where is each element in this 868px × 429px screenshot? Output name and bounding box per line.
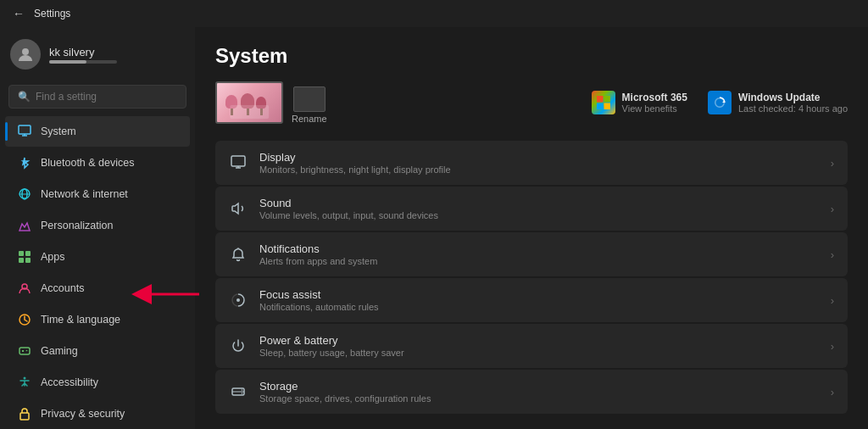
accessibility-nav-icon [17, 375, 32, 390]
gaming-nav-icon [17, 343, 32, 359]
sidebar: kk silvery 🔍 System Bluetooth & devices … [0, 27, 195, 429]
svg-rect-6 [19, 258, 24, 263]
search-input[interactable] [36, 91, 177, 103]
power-chevron: › [831, 340, 834, 353]
update-subtitle: Last checked: 4 hours ago [738, 103, 848, 114]
sidebar-item-label-personalization: Personalization [41, 220, 113, 231]
svg-rect-23 [231, 156, 245, 166]
sidebar-item-label-privacy: Privacy & security [41, 408, 125, 420]
back-button[interactable]: ← [10, 5, 27, 22]
ms365-title: Microsoft 365 [622, 92, 687, 103]
sidebar-item-label-system: System [41, 125, 76, 137]
setting-item-display[interactable]: Display Monitors, brightness, night ligh… [215, 141, 848, 185]
sidebar-item-label-network: Network & internet [41, 188, 128, 200]
title-bar: ← Settings [0, 0, 868, 27]
svg-rect-18 [597, 96, 604, 103]
personalization-nav-icon [17, 218, 32, 233]
svg-rect-5 [25, 251, 31, 256]
sidebar-item-bluetooth[interactable]: Bluetooth & devices [5, 148, 190, 178]
display-icon [229, 153, 248, 172]
top-info-right: Microsoft 365 View benefits Windows Upda… [592, 91, 848, 114]
sidebar-item-network[interactable]: Network & internet [5, 179, 190, 209]
update-icon [708, 91, 732, 114]
power-icon [229, 337, 248, 355]
sound-chevron: › [831, 203, 834, 215]
monitor-thumbnail [215, 81, 283, 124]
focus-desc: Notifications, automatic rules [259, 302, 819, 312]
settings-list: Display Monitors, brightness, night ligh… [215, 141, 848, 414]
update-title: Windows Update [738, 92, 848, 103]
display-desc: Monitors, brightness, night light, displ… [259, 164, 819, 175]
sidebar-item-gaming[interactable]: Gaming [5, 336, 190, 366]
accounts-nav-icon [17, 281, 32, 296]
setting-item-focus[interactable]: Focus assist Notifications, automatic ru… [215, 278, 848, 322]
svg-point-13 [26, 350, 28, 352]
sound-title: Sound [259, 197, 819, 209]
apps-nav-icon [17, 249, 32, 265]
sidebar-item-personalization[interactable]: Personalization [5, 210, 190, 241]
storage-desc: Storage space, drives, configuration rul… [259, 393, 819, 404]
search-box[interactable]: 🔍 [8, 85, 186, 109]
search-icon: 🔍 [18, 91, 31, 103]
notifications-icon [229, 245, 248, 264]
svg-rect-15 [20, 413, 29, 420]
setting-item-storage[interactable]: Storage Storage space, drives, configura… [215, 370, 848, 414]
content-area: System [195, 27, 868, 429]
system-nav-icon [17, 124, 32, 139]
sidebar-item-label-apps: Apps [41, 251, 65, 263]
display-chevron: › [831, 157, 834, 170]
bluetooth-nav-icon [17, 155, 32, 170]
ms365-icon [592, 91, 615, 114]
rename-label[interactable]: Rename [292, 114, 327, 124]
focus-title: Focus assist [259, 288, 819, 301]
sidebar-item-label-accounts: Accounts [41, 282, 84, 294]
power-desc: Sleep, battery usage, battery saver [259, 348, 819, 358]
pc-preview: Rename [215, 81, 327, 124]
svg-rect-10 [19, 348, 30, 354]
storage-title: Storage [259, 380, 819, 393]
svg-point-24 [236, 298, 240, 302]
user-profile[interactable]: kk silvery [0, 27, 195, 81]
setting-item-sound[interactable]: Sound Volume levels, output, input, soun… [215, 187, 848, 231]
sidebar-item-accounts[interactable]: Accounts [5, 273, 190, 304]
sidebar-item-time[interactable]: Time & language [5, 304, 190, 335]
page-title: System [215, 44, 848, 68]
avatar [10, 39, 41, 70]
privacy-nav-icon [17, 406, 32, 421]
sidebar-item-privacy[interactable]: Privacy & security [5, 398, 190, 429]
ms365-subtitle: View benefits [622, 103, 687, 114]
windows-update-block[interactable]: Windows Update Last checked: 4 hours ago [708, 91, 848, 114]
storage-chevron: › [831, 386, 834, 398]
sidebar-item-apps[interactable]: Apps [5, 242, 190, 272]
svg-rect-1 [19, 125, 31, 134]
power-title: Power & battery [259, 334, 819, 347]
sidebar-item-label-accessibility: Accessibility [41, 376, 98, 388]
storage-icon [229, 382, 248, 401]
focus-chevron: › [831, 294, 834, 307]
svg-point-14 [24, 377, 26, 380]
setting-item-notifications[interactable]: Notifications Alerts from apps and syste… [215, 232, 848, 276]
ms365-block[interactable]: Microsoft 365 View benefits [592, 91, 687, 114]
svg-rect-7 [25, 258, 31, 263]
network-nav-icon [17, 187, 32, 202]
sidebar-item-label-time: Time & language [41, 314, 120, 326]
app-title: Settings [34, 8, 70, 20]
time-nav-icon [17, 312, 32, 327]
svg-rect-4 [19, 251, 24, 256]
sidebar-item-label-bluetooth: Bluetooth & devices [41, 157, 135, 169]
pc-mini-icon [293, 86, 326, 112]
focus-icon [229, 291, 248, 309]
svg-rect-21 [604, 103, 610, 110]
sidebar-item-label-gaming: Gaming [41, 345, 78, 357]
sidebar-item-accessibility[interactable]: Accessibility [5, 367, 190, 398]
notifications-desc: Alerts from apps and system [259, 256, 819, 266]
user-progress-bar [49, 60, 117, 64]
setting-item-power[interactable]: Power & battery Sleep, battery usage, ba… [215, 324, 848, 368]
user-name: kk silvery [49, 46, 185, 58]
svg-point-28 [242, 393, 243, 394]
svg-rect-20 [597, 103, 604, 110]
svg-rect-19 [604, 96, 610, 103]
notifications-chevron: › [831, 248, 834, 261]
sidebar-item-system[interactable]: System [5, 116, 190, 147]
display-title: Display [259, 151, 819, 164]
